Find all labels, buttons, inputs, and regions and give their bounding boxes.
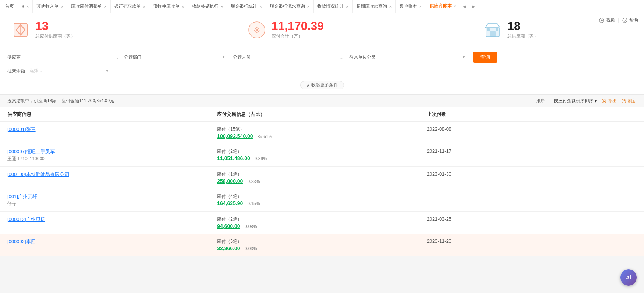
- tx-amount[interactable]: 11,051,486.00: [217, 155, 250, 161]
- close-icon[interactable]: ×: [221, 4, 223, 9]
- supplier-link[interactable]: [000001]张三: [7, 126, 217, 133]
- tx-amount[interactable]: 258,000.00: [217, 178, 243, 184]
- sort-select[interactable]: 按应付余额倒序排序 ▾: [554, 98, 597, 104]
- tx-amount[interactable]: 94,600.00: [217, 223, 240, 229]
- close-icon[interactable]: ×: [346, 4, 348, 9]
- chevron-down-icon: ▾: [106, 68, 108, 73]
- tx-info-cell: 应付（5笔） 32,366.00 0.03%: [217, 238, 427, 251]
- nav-prev-arrow[interactable]: ◀: [460, 0, 469, 13]
- result-info: 搜索结果中，供应商13家 应付金额111,703,854.00元: [7, 98, 114, 104]
- manager-input[interactable]: [253, 54, 337, 61]
- manager-dots[interactable]: ...: [340, 55, 343, 60]
- last-pay-date: 2023-01-30: [427, 171, 452, 177]
- chevron-down-icon: ▾: [223, 55, 225, 59]
- last-pay-date: 2021-11-17: [427, 148, 452, 154]
- supplier-link[interactable]: [000002]李四: [7, 238, 217, 245]
- filter-manager: 分管人员 ...: [233, 54, 343, 61]
- supplier-sub: 仔仔: [7, 201, 217, 207]
- nav-tab-receipt-verify[interactable]: 收款核销执行 ×: [188, 0, 227, 13]
- close-icon[interactable]: ×: [307, 4, 309, 9]
- col-supplier-info: 供应商信息: [7, 111, 217, 118]
- filter-row-2: 往来余额 选择... ▾: [7, 66, 637, 75]
- tx-percent: 89.61%: [258, 134, 273, 139]
- balance-placeholder: 选择...: [29, 68, 42, 74]
- close-icon[interactable]: ×: [104, 4, 106, 9]
- nav-tab-customer-book[interactable]: 客户账本 ×: [396, 0, 426, 13]
- filter-row-1: 供应商 ... 分管部门 ▾ 分管人员 ... 往来单位分类 ▾ 查询: [7, 52, 637, 63]
- tx-amount[interactable]: 32,366.00: [217, 245, 240, 251]
- col-last-pay: 上次付数: [427, 111, 637, 118]
- nav-tab-3[interactable]: 3 ×: [18, 0, 33, 13]
- close-icon[interactable]: ×: [27, 4, 29, 9]
- tx-label: 应付（2笔）: [217, 216, 427, 223]
- supplier-link[interactable]: [000007]恒旺二手叉车: [7, 148, 217, 155]
- nav-tab-cash-flow-query[interactable]: 现金银行流水查询 ×: [266, 0, 314, 13]
- dept-label: 分管部门: [124, 54, 141, 61]
- close-icon[interactable]: ×: [419, 4, 421, 9]
- collapse-button[interactable]: ∧ 收起更多条件: [300, 81, 344, 89]
- collapse-bar: ∧ 收起更多条件: [7, 79, 637, 91]
- supplier-link[interactable]: [000012]广州贝瑞: [7, 216, 217, 223]
- video-link[interactable]: 视频: [599, 17, 615, 23]
- export-button[interactable]: 导出: [601, 98, 617, 104]
- tx-row: 32,366.00 0.03%: [217, 245, 427, 251]
- last-pay-cell: 2020-11-20: [427, 238, 637, 244]
- tx-row: 258,000.00 0.23%: [217, 177, 427, 184]
- top-navigation: 首页 3 × 其他收入单 × 应收应付调整单 × 银行存取款单 × 预收冲应收单…: [0, 0, 644, 13]
- table-row: [000012]广州贝瑞 应付（2笔） 94,600.00 0.08% 2021…: [0, 212, 644, 234]
- tx-info-cell: 应付（2笔） 94,600.00 0.08%: [217, 216, 427, 229]
- refresh-label: 刷新: [628, 98, 637, 104]
- tx-percent: 0.15%: [247, 201, 260, 206]
- result-actions: 排序： 按应付余额倒序排序 ▾ 导出 刷新: [536, 98, 637, 104]
- chevron-down-icon: ▾: [463, 55, 465, 59]
- filter-dept: 分管部门 ▾: [124, 54, 227, 61]
- nav-tab-other-income[interactable]: 其他收入单 ×: [33, 0, 67, 13]
- close-icon[interactable]: ×: [454, 4, 456, 8]
- close-icon[interactable]: ×: [61, 4, 63, 9]
- nav-next-arrow[interactable]: ▶: [469, 0, 478, 13]
- refresh-button[interactable]: 刷新: [621, 98, 637, 104]
- nav-tab-cash-bank-stat[interactable]: 现金银行统计 ×: [227, 0, 266, 13]
- supplier-dots[interactable]: ...: [114, 55, 118, 60]
- tx-percent: 0.23%: [247, 179, 260, 184]
- sort-arrow-icon: ▾: [595, 99, 597, 104]
- supplier-link[interactable]: [001]广州荣轩: [7, 193, 217, 200]
- nav-tab-supplier-book[interactable]: 供应商账本 ×: [426, 0, 460, 13]
- last-pay-cell: 2021-03-25: [427, 216, 637, 222]
- diamond-icon: [11, 20, 30, 39]
- filter-area: 供应商 ... 分管部门 ▾ 分管人员 ... 往来单位分类 ▾ 查询: [0, 46, 644, 95]
- nav-tab-bank-deposit[interactable]: 银行存取款单 ×: [111, 0, 149, 13]
- svg-marker-11: [601, 19, 603, 21]
- tx-percent: 0.08%: [245, 224, 257, 229]
- nav-tab-overdue-query[interactable]: 超期应收款查询 ×: [353, 0, 396, 13]
- supplier-input[interactable]: [23, 54, 112, 61]
- unit-class-select[interactable]: ▾: [378, 54, 467, 61]
- sort-prefix: 排序：: [536, 98, 549, 104]
- nav-tab-home[interactable]: 首页: [1, 0, 18, 13]
- close-icon[interactable]: ×: [389, 4, 392, 9]
- filter-supplier: 供应商 ...: [7, 54, 118, 61]
- nav-tab-receipt-stat[interactable]: 收款情况统计 ×: [314, 0, 352, 13]
- tx-amount[interactable]: 100,092,540.00: [217, 133, 253, 139]
- tx-label: 应付（2笔）: [217, 148, 427, 155]
- supplier-info-cell: [000012]广州贝瑞: [7, 216, 217, 223]
- tx-amount[interactable]: 164,635.90: [217, 200, 243, 206]
- export-label: 导出: [608, 98, 617, 104]
- nav-tab-ar-ap-adjust[interactable]: 应收应付调整单 ×: [67, 0, 111, 13]
- supplier-info-cell: [000001]张三: [7, 126, 217, 133]
- supplier-label: 供应商: [7, 54, 21, 61]
- close-icon[interactable]: ×: [259, 4, 262, 9]
- stat1-label: 总应付供应商（家）: [35, 33, 75, 39]
- help-link[interactable]: ? 帮助: [622, 17, 638, 23]
- query-button[interactable]: 查询: [473, 52, 497, 63]
- dept-select[interactable]: ▾: [144, 54, 227, 61]
- stat1-number: 13: [35, 20, 75, 32]
- tx-info-cell: 应付（2笔） 11,051,486.00 9.89%: [217, 148, 427, 161]
- nav-tab-prepay-offset[interactable]: 预收冲应收单 ×: [149, 0, 188, 13]
- close-icon[interactable]: ×: [143, 4, 145, 9]
- balance-select[interactable]: 选择... ▾: [27, 66, 111, 75]
- supplier-link[interactable]: [000100]本特勤油品有限公司: [7, 171, 217, 178]
- tx-row: 94,600.00 0.08%: [217, 223, 427, 229]
- close-icon[interactable]: ×: [182, 4, 184, 9]
- table-row: [000007]恒旺二手叉车 王通 17106110000 应付（2笔） 11,…: [0, 144, 644, 167]
